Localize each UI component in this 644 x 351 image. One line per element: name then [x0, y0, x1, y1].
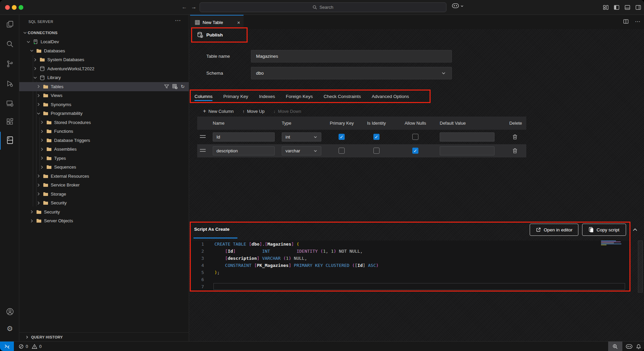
- designer-tab-foreign-keys[interactable]: Foreign Keys: [286, 91, 313, 102]
- script-as-create-tab[interactable]: Script As Create: [194, 227, 230, 232]
- column-type-select[interactable]: varchar: [282, 146, 321, 155]
- tree-item-external-resources[interactable]: External Resources: [19, 172, 189, 181]
- primary-key-checkbox[interactable]: ✓: [339, 134, 345, 140]
- tree-item-server-objects[interactable]: Server Objects: [19, 217, 189, 226]
- copilot-menu[interactable]: [452, 3, 464, 8]
- tree-item-tables[interactable]: Tables↻: [19, 82, 189, 91]
- designer-tab-indexes[interactable]: Indexes: [259, 91, 275, 102]
- publish-button[interactable]: Publish: [197, 32, 223, 38]
- settings-gear-icon[interactable]: ⚙: [6, 325, 14, 333]
- tree-item-stored-procedures[interactable]: Stored Procedures: [19, 118, 189, 127]
- problems-status[interactable]: 0 0: [19, 342, 42, 351]
- tree-item-sequences[interactable]: Sequences: [19, 163, 189, 172]
- tree-item-library[interactable]: Library: [19, 73, 189, 82]
- tree-item-synonyms[interactable]: Synonyms: [19, 100, 189, 109]
- tree-item-security[interactable]: Security: [19, 207, 189, 217]
- filter-icon[interactable]: [164, 84, 169, 89]
- query-history-panel-header[interactable]: QUERY HISTORY: [19, 332, 189, 341]
- mac-zoom-button[interactable]: [19, 5, 23, 10]
- explorer-icon[interactable]: [6, 20, 14, 28]
- copilot-status-icon[interactable]: [626, 344, 632, 349]
- remote-indicator[interactable]: [0, 342, 14, 351]
- sql-server-icon[interactable]: [6, 136, 14, 144]
- sql-code-editor[interactable]: 1CREATE TABLE [dbo].[Magazines] (2 [Id] …: [191, 241, 629, 290]
- tree-item-connections[interactable]: CONNECTIONS: [19, 28, 189, 37]
- tree-item-localdev[interactable]: LocalDev: [19, 37, 189, 47]
- column-type-select[interactable]: int: [282, 132, 321, 142]
- remote-explorer-icon[interactable]: [6, 99, 14, 107]
- search-icon[interactable]: [6, 40, 14, 48]
- tree-item-system-databases[interactable]: System Databases: [19, 55, 189, 65]
- zoom-status-button[interactable]: [608, 342, 622, 351]
- mac-minimize-button[interactable]: [12, 5, 17, 10]
- default-value-input[interactable]: [440, 132, 495, 142]
- split-editor-icon[interactable]: [623, 19, 629, 24]
- scrollbar[interactable]: [638, 241, 643, 293]
- move-down-button[interactable]: ↓ Move Down: [273, 109, 301, 114]
- minimap[interactable]: [601, 241, 623, 248]
- folder-icon: [43, 182, 48, 188]
- table-name-input[interactable]: Magazines: [251, 50, 452, 62]
- designer-tab-advanced-options[interactable]: Advanced Options: [372, 91, 409, 102]
- more-actions-icon[interactable]: ⋯: [635, 18, 640, 25]
- drag-handle[interactable]: [200, 135, 206, 139]
- folder-icon: [43, 93, 48, 98]
- run-debug-icon[interactable]: [6, 80, 14, 88]
- collapse-section-icon[interactable]: [632, 227, 638, 233]
- customize-layout-icon[interactable]: [603, 4, 609, 10]
- account-icon[interactable]: [6, 307, 14, 316]
- tree-item-types[interactable]: Types: [19, 154, 189, 163]
- new-table-icon[interactable]: [172, 84, 178, 89]
- toggle-panel-icon[interactable]: [624, 4, 630, 10]
- line-number: 3: [191, 255, 204, 262]
- delete-row-icon[interactable]: [512, 134, 518, 140]
- columns-toolbar: + New Column ↑ Move Up ↓ Move Down: [203, 106, 301, 116]
- close-icon[interactable]: ×: [237, 20, 240, 25]
- refresh-icon[interactable]: ↻: [181, 84, 185, 89]
- is-identity-checkbox[interactable]: ✓: [373, 134, 380, 140]
- notifications-bell-icon[interactable]: [636, 344, 641, 349]
- schema-select[interactable]: dbo: [251, 67, 452, 79]
- extensions-icon[interactable]: [6, 118, 14, 126]
- mac-close-button[interactable]: [5, 5, 10, 10]
- is-identity-checkbox[interactable]: [373, 148, 380, 154]
- publish-label: Publish: [206, 32, 223, 37]
- tree-item-functions[interactable]: Functions: [19, 127, 189, 136]
- delete-row-icon[interactable]: [512, 148, 518, 154]
- tree-item-database-triggers[interactable]: Database Triggers: [19, 136, 189, 145]
- primary-key-checkbox[interactable]: [339, 148, 345, 154]
- forward-arrow-icon[interactable]: →: [191, 4, 197, 10]
- tree-item-storage[interactable]: Storage: [19, 190, 189, 199]
- search-input[interactable]: Search: [200, 2, 446, 12]
- allow-nulls-checkbox[interactable]: ✓: [412, 148, 418, 154]
- drag-handle[interactable]: [200, 149, 206, 153]
- move-up-button[interactable]: ↑ Move Up: [243, 109, 265, 114]
- allow-nulls-checkbox[interactable]: [412, 134, 418, 140]
- tree-item-assemblies[interactable]: Assemblies: [19, 145, 189, 154]
- source-control-icon[interactable]: [6, 60, 14, 68]
- tree-item-databases[interactable]: Databases: [19, 46, 189, 55]
- chevron-right-icon: [29, 218, 34, 224]
- tree-item-security[interactable]: Security: [19, 199, 189, 208]
- tree-item-service-broker[interactable]: Service Broker: [19, 181, 189, 190]
- search-placeholder: Search: [319, 5, 333, 10]
- designer-tab-check-constraints[interactable]: Check Constraints: [324, 91, 361, 102]
- column-name-input[interactable]: Id: [213, 132, 275, 142]
- new-column-button[interactable]: + New Column: [203, 108, 234, 114]
- tree-item-views[interactable]: Views: [19, 91, 189, 100]
- copy-script-button[interactable]: Copy script: [582, 224, 626, 236]
- toggle-primary-sidebar-icon[interactable]: [614, 4, 620, 10]
- column-header-allow-nulls: Allow Nulls: [403, 117, 428, 130]
- tree-item-adventureworkslt2022[interactable]: AdventureWorksLT2022: [19, 64, 189, 73]
- open-in-editor-button[interactable]: Open in editor: [530, 224, 578, 236]
- column-name-input[interactable]: description: [213, 146, 275, 155]
- line-number: 7: [191, 283, 204, 290]
- designer-tab-primary-key[interactable]: Primary Key: [223, 91, 248, 102]
- back-arrow-icon[interactable]: ←: [182, 4, 187, 10]
- more-actions-icon[interactable]: ⋯: [175, 17, 181, 24]
- default-value-input[interactable]: [440, 146, 495, 155]
- tree-item-programmability[interactable]: Programmability: [19, 109, 189, 118]
- toggle-secondary-sidebar-icon[interactable]: [635, 4, 641, 10]
- tab-new-table[interactable]: New Table ×: [190, 15, 244, 29]
- designer-tab-columns[interactable]: Columns: [194, 91, 212, 102]
